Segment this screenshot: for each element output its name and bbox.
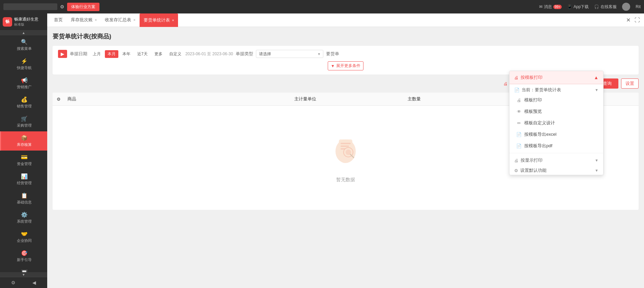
dropdown-title: 按模板打印 [521, 74, 543, 81]
sales-icon: 💰 [21, 96, 28, 103]
page-title: 要货单统计表(按商品) [53, 32, 639, 40]
top-search-input[interactable] [3, 3, 57, 10]
sidebar-item-label: 营销推广 [17, 85, 32, 90]
sidebar-item-quick-nav[interactable]: ⚡ 快捷导航 [0, 55, 47, 74]
logo-text: 畅康通好生意 [14, 17, 38, 22]
app-download-item[interactable]: 📱 App下载 [567, 4, 589, 10]
industry-button[interactable]: 体验行业方案 [67, 3, 99, 11]
type-filter-label: 单据类型 [236, 51, 253, 57]
sidebar-item-guide[interactable]: 🎯 新手引导 [0, 247, 47, 266]
tab-order-stats[interactable]: 要货单统计表 × [140, 13, 178, 27]
setting-btn[interactable]: 设置 [621, 78, 639, 89]
dropdown-item-template-preview[interactable]: 👁 模板预览 [509, 106, 603, 117]
message-icon: ✉ [539, 4, 543, 9]
sidebar-item-finance[interactable]: 💳 资金管理 [0, 151, 47, 170]
date-btn-7days[interactable]: 近7天 [135, 50, 150, 58]
marketing-icon: 📢 [21, 77, 28, 84]
date-btn-last-month[interactable]: 上月 [90, 50, 104, 58]
sidebar-item-label: 销售管理 [17, 104, 32, 109]
default-func-label: 设置默认功能 [520, 167, 547, 173]
date-group: 上月 本月 本年 近7天 更多 自定义 2023-06-01 至 2023-06… [90, 50, 233, 58]
sidebar-item-purchase[interactable]: 🛒 采购管理 [0, 112, 47, 131]
date-btn-custom[interactable]: 自定义 [167, 50, 184, 58]
operations-icon: 📊 [21, 173, 28, 180]
tab-maximize-btn[interactable]: ⛶ [633, 16, 641, 25]
export-excel-label: 按模板导出excel [524, 131, 556, 137]
sidebar-item-label: 快捷导航 [17, 65, 32, 70]
empty-text: 暂无数据 [336, 177, 355, 183]
date-btn-more[interactable]: 更多 [152, 50, 165, 58]
print-header-icon: 🖨 [514, 75, 519, 80]
print-icon: 🖨 [503, 81, 508, 86]
display-print-section[interactable]: 🖨 按显示打印 ▼ [509, 155, 603, 165]
tab-receipt-label: 收发存汇总表 [105, 17, 131, 23]
type-select-wrapper: 请选择 [256, 50, 323, 58]
sidebar-item-basic[interactable]: 📋 基础信息 [0, 189, 47, 208]
extra-filter-label: 要货单 [326, 51, 339, 57]
scroll-up-btn[interactable]: ▲ [0, 31, 47, 35]
gear-button[interactable]: ⚙ [60, 4, 64, 9]
date-btn-this-month[interactable]: 本月 [105, 50, 118, 58]
expand-more-btn[interactable]: ▼ 展开更多条件 [328, 61, 363, 70]
sidebar-item-search[interactable]: 🔍 搜索菜单 [0, 35, 47, 55]
tab-close-all-btn[interactable]: ✕ [625, 15, 632, 25]
tab-batch-close[interactable]: × [95, 18, 97, 22]
current-arrow-icon: ▼ [595, 88, 598, 92]
logo-area: 畅 畅康通好生意 标准版 [0, 13, 47, 31]
download-icon: 📱 [567, 4, 572, 9]
date-range-text: 2023-06-01 至 2023-06-30 [185, 51, 233, 57]
tab-home[interactable]: 首页 [50, 13, 67, 27]
sidebar-item-collab[interactable]: 🤝 企业协同 [0, 227, 47, 247]
header-right: ✉ 消息 99+ 📱 App下载 🎧 在线客服 Rit [539, 3, 641, 11]
tab-receipt-close[interactable]: × [133, 18, 135, 22]
sidebar-item-label: 企业协同 [17, 238, 32, 243]
user-avatar[interactable] [622, 3, 630, 11]
dropdown-item-template-print[interactable]: 🖨 模板打印 [509, 94, 603, 106]
tab-order-close[interactable]: × [172, 18, 174, 22]
sidebar-item-apps[interactable]: 🔲 应用中心 [0, 266, 47, 272]
print-dropdown: 🖨 按模板打印 ▲ 📄 当前：要货单统计表 ▼ 🖨 模板打印 [509, 71, 604, 175]
logo-icon: 畅 [3, 17, 12, 27]
template-print-icon: 🖨 [516, 98, 522, 103]
sidebar-item-sales[interactable]: 💰 销售管理 [0, 93, 47, 112]
default-func-section[interactable]: ⚙ 设置默认功能 ▼ [509, 165, 603, 175]
sidebar-item-inventory[interactable]: 📦 库存核算 [0, 131, 47, 151]
date-filter-label: 单据日期 [70, 51, 87, 57]
guide-icon: 🎯 [21, 250, 28, 256]
display-print-icon: 🖨 [514, 158, 519, 163]
default-func-icon: ⚙ [514, 168, 518, 173]
top-header: ⚙ 体验行业方案 ✉ 消息 99+ 📱 App下载 🎧 在线客服 Rit [0, 0, 644, 13]
sidebar-item-operations[interactable]: 📊 经营管理 [0, 170, 47, 189]
dropdown-item-export-excel[interactable]: 📄 按模板导出excel [509, 129, 603, 140]
online-service-item[interactable]: 🎧 在线客服 [594, 4, 617, 10]
type-select[interactable]: 请选择 [256, 50, 323, 58]
dropdown-close-btn[interactable]: ▲ [594, 75, 598, 80]
sidebar-item-marketing[interactable]: 📢 营销推广 [0, 74, 47, 93]
sidebar-item-label: 经营管理 [17, 181, 32, 186]
sidebar-settings-btn[interactable]: ⚙ [11, 280, 16, 285]
sidebar-collapse-btn[interactable]: ◀ [32, 280, 36, 285]
template-icon: 📄 [514, 88, 520, 93]
scroll-down-btn[interactable]: ▼ [0, 272, 47, 277]
dropdown-item-template-design[interactable]: ✏ 模板自定义设计 [509, 117, 603, 129]
template-preview-icon: 👁 [516, 109, 522, 114]
export-pdf-label: 按模板导出pdf [524, 143, 552, 149]
sidebar-item-label: 系统管理 [17, 219, 32, 224]
current-template-label: 当前：要货单统计表 [522, 87, 561, 93]
page-content: 要货单统计表(按商品) ▶ 单据日期 上月 本月 本年 近7天 更多 自定义 [47, 27, 644, 288]
sidebar-item-system[interactable]: ⚙️ 系统管理 [0, 208, 47, 227]
export-excel-icon: 📄 [516, 132, 522, 137]
template-design-icon: ✏ [516, 121, 522, 126]
header-left: ⚙ 体验行业方案 [3, 3, 99, 11]
date-btn-this-year[interactable]: 本年 [120, 50, 133, 58]
dropdown-item-export-pdf[interactable]: 📄 按模板导出pdf [509, 140, 603, 152]
tab-batch-account[interactable]: 库存批次账 × [67, 13, 101, 27]
messages-item[interactable]: ✉ 消息 99+ [539, 4, 562, 10]
service-icon: 🎧 [594, 4, 599, 9]
sidebar: 畅 畅康通好生意 标准版 ▲ 🔍 搜索菜单 ⚡ 快捷导航 📢 营销推广 💰 销售 [0, 13, 47, 288]
expand-label: 展开更多条件 [336, 63, 360, 69]
sidebar-item-label: 新手引导 [17, 257, 32, 262]
tab-receipt-summary[interactable]: 收发存汇总表 × [101, 13, 139, 27]
filter-expand-left-btn[interactable]: ▶ [58, 50, 67, 58]
dropdown-header-label: 🖨 按模板打印 [514, 74, 543, 81]
